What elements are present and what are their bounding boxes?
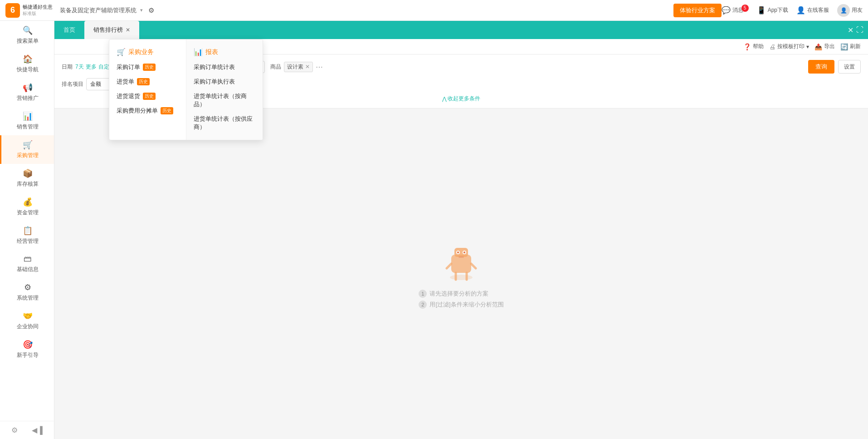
help-icon: ❓ bbox=[743, 43, 751, 50]
sidebar-label-purchase: 采购管理 bbox=[17, 152, 39, 159]
hint-num-2: 2 bbox=[419, 301, 427, 309]
refresh-button[interactable]: 🔄 刷新 bbox=[840, 43, 861, 50]
online-service-item[interactable]: 👤 在线客服 bbox=[796, 6, 829, 15]
collapse-button[interactable]: ⋀ 收起更多条件 bbox=[442, 95, 480, 103]
collapse-icon: ⋀ bbox=[442, 96, 447, 102]
goods-filter: 商品 设计素 ✕ ⋯ bbox=[270, 62, 323, 72]
menu-item-purchase-expense[interactable]: 采购费用分摊单 历史 bbox=[109, 104, 186, 118]
tab-sales-rank[interactable]: 销售排行榜 ✕ bbox=[84, 21, 139, 39]
sidebar-item-inventory[interactable]: 📦 库存核算 bbox=[0, 164, 54, 192]
sidebar-item-sales[interactable]: 📊 销售管理 bbox=[0, 107, 54, 135]
settings-button[interactable]: 设置 bbox=[838, 60, 861, 74]
export-label: 导出 bbox=[824, 43, 835, 50]
online-service-label: 在线客服 bbox=[807, 6, 829, 14]
tab-maximize-icon[interactable]: ⛶ bbox=[856, 26, 863, 34]
purchase-dropdown-menu: 🛒 采购业务 采购订单 历史 进货单 历史 进货退货 历史 采购费用分摊单 bbox=[109, 39, 263, 140]
hint-text-2: 用[过滤]条件来缩小分析范围 bbox=[429, 301, 503, 309]
logo-text: 畅捷通好生意 bbox=[23, 4, 53, 10]
sidebar-item-finance[interactable]: 💰 资金管理 bbox=[0, 192, 54, 221]
help-button[interactable]: ❓ 帮助 bbox=[743, 43, 764, 50]
logo-area: 6 畅捷通好生意 标准版 bbox=[5, 3, 60, 18]
guide-icon: 🎯 bbox=[23, 340, 33, 350]
system-name-text: 装备及固定资产辅助管理系统 bbox=[60, 6, 137, 15]
avatar: 👤 bbox=[837, 4, 850, 17]
svg-rect-7 bbox=[458, 256, 464, 258]
rank-label: 排名项目 bbox=[62, 80, 83, 88]
system-icon: ⚙ bbox=[24, 282, 31, 292]
sidebar-item-search[interactable]: 🔍 搜索菜单 bbox=[0, 21, 54, 49]
refresh-icon: 🔄 bbox=[840, 43, 848, 50]
print-arrow-icon: ▾ bbox=[806, 44, 809, 50]
menu-item-inbound-label: 进货单 bbox=[117, 78, 134, 86]
menu-item-inbound-stat-supplier[interactable]: 进货单统计表（按供应商） bbox=[186, 112, 263, 134]
tab-home[interactable]: 首页 bbox=[54, 21, 84, 39]
report-section-title: 📊 报表 bbox=[186, 45, 263, 60]
sidebar-item-operations[interactable]: 📋 经营管理 bbox=[0, 221, 54, 250]
inventory-icon: 📦 bbox=[23, 168, 33, 178]
tab-bar-right: ✕ ⛶ bbox=[848, 26, 868, 35]
system-name-arrow[interactable]: ▾ bbox=[140, 7, 143, 13]
action-buttons: 查询 设置 bbox=[808, 60, 861, 74]
date-label: 日期 bbox=[62, 63, 73, 71]
sidebar-item-marketing[interactable]: 📢 营销推广 bbox=[0, 78, 54, 107]
menu-item-purchase-order-label: 采购订单 bbox=[117, 63, 140, 71]
app-icon: 📱 bbox=[757, 6, 766, 15]
sidebar-item-quick[interactable]: 🏠 快捷导航 bbox=[0, 49, 54, 78]
report-section-label: 报表 bbox=[205, 48, 218, 56]
header-right: 💬 消息 5 📱 App下载 👤 在线客服 👤 用友 bbox=[722, 4, 863, 17]
sidebar-label-search: 搜索菜单 bbox=[17, 37, 39, 45]
menu-item-purchase-order-stat[interactable]: 采购订单统计表 bbox=[186, 60, 263, 74]
print-button[interactable]: 🖨 按模板打印 ▾ bbox=[769, 43, 809, 50]
tab-close-all-icon[interactable]: ✕ bbox=[848, 26, 853, 35]
menu-item-inbound-stat-goods[interactable]: 进货单统计表（按商品） bbox=[186, 89, 263, 112]
menu-item-inbound[interactable]: 进货单 历史 bbox=[109, 74, 186, 89]
inbound-badge: 历史 bbox=[137, 78, 150, 85]
experience-button[interactable]: 体验行业方案 bbox=[673, 4, 722, 17]
tab-close-icon[interactable]: ✕ bbox=[126, 27, 130, 33]
purchase-section-icon: 🛒 bbox=[117, 48, 126, 56]
goods-tag-close[interactable]: ✕ bbox=[305, 64, 310, 70]
sidebar-label-operations: 经营管理 bbox=[17, 237, 39, 245]
settings-bottom-icon[interactable]: ⚙ bbox=[11, 426, 18, 434]
date-more[interactable]: 更多 bbox=[86, 63, 97, 71]
menu-item-inbound-stat-goods-label: 进货单统计表（按商品） bbox=[194, 92, 256, 109]
help-label: 帮助 bbox=[753, 43, 764, 50]
tab-sales-rank-label: 销售排行榜 bbox=[93, 26, 123, 34]
sidebar-label-system: 系统管理 bbox=[17, 294, 39, 302]
notification-icon: 💬 bbox=[722, 6, 731, 15]
export-button[interactable]: 📤 导出 bbox=[814, 43, 835, 50]
sidebar-label-sales: 销售管理 bbox=[17, 123, 39, 131]
sales-icon: 📊 bbox=[23, 111, 33, 121]
app-download-item[interactable]: 📱 App下载 bbox=[757, 6, 788, 15]
sidebar-item-guide[interactable]: 🎯 新手引导 bbox=[0, 335, 54, 364]
sidebar-item-enterprise[interactable]: 🤝 企业协同 bbox=[0, 306, 54, 335]
export-icon: 📤 bbox=[814, 43, 822, 50]
menu-item-purchase-order-exec-label: 采购订单执行表 bbox=[194, 78, 235, 86]
collapse-sidebar-icon[interactable]: ◀▐ bbox=[32, 426, 42, 434]
goods-more-btn[interactable]: ⋯ bbox=[316, 63, 323, 71]
menu-item-return-label: 进货退货 bbox=[117, 92, 140, 100]
sidebar-item-system[interactable]: ⚙ 系统管理 bbox=[0, 278, 54, 306]
menu-item-purchase-order-exec[interactable]: 采购订单执行表 bbox=[186, 74, 263, 89]
date-7days[interactable]: 7天 bbox=[75, 63, 84, 71]
svg-point-6 bbox=[463, 252, 465, 253]
menu-item-return[interactable]: 进货退货 历史 bbox=[109, 89, 186, 104]
notification-item[interactable]: 💬 消息 5 bbox=[722, 6, 749, 15]
report-section-icon: 📊 bbox=[194, 48, 203, 56]
hint-text-1: 请先选择要分析的方案 bbox=[429, 290, 488, 298]
sidebar-label-inventory: 库存核算 bbox=[17, 180, 39, 188]
menu-item-purchase-expense-label: 采购费用分摊单 bbox=[117, 107, 158, 115]
user-item[interactable]: 👤 用友 bbox=[837, 4, 863, 17]
marketing-icon: 📢 bbox=[23, 83, 33, 93]
svg-line-9 bbox=[471, 264, 476, 268]
query-button[interactable]: 查询 bbox=[808, 60, 834, 74]
svg-line-8 bbox=[447, 264, 451, 268]
sidebar-item-basic-info[interactable]: 🗃 基础信息 bbox=[0, 250, 54, 278]
purchase-section-label: 采购业务 bbox=[128, 48, 154, 56]
operations-icon: 📋 bbox=[23, 226, 33, 236]
sidebar-item-purchase[interactable]: 🛒 采购管理 bbox=[0, 135, 54, 164]
empty-hint-2: 2 用[过滤]条件来缩小分析范围 bbox=[419, 301, 503, 309]
settings-icon[interactable]: ⚙ bbox=[148, 6, 154, 15]
menu-item-purchase-order-stat-label: 采购订单统计表 bbox=[194, 63, 235, 71]
menu-item-purchase-order[interactable]: 采购订单 历史 bbox=[109, 60, 186, 74]
